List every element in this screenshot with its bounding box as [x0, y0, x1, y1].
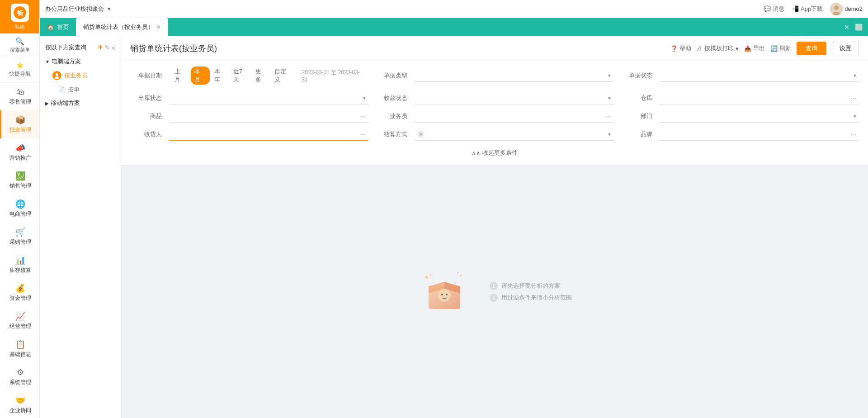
scheme-item-salesman[interactable]: 按业务员 — [40, 68, 121, 83]
left-panel: 按以下方案查询 + ✎ « ▼ 电脑端方案 按业务员 — [40, 36, 121, 418]
username-label: demo2 — [844, 5, 863, 12]
date-tab-last-month[interactable]: 上月 — [172, 66, 189, 85]
user-menu[interactable]: demo2 — [830, 3, 863, 15]
brand-filter[interactable]: ··· — [660, 128, 859, 141]
tab-sales-stat[interactable]: 销货单统计表（按业务员） ✕ — [76, 18, 168, 36]
sidebar-item-system[interactable]: ⚙ 系统管理 — [0, 363, 39, 391]
salesman-label: 业务员 — [376, 112, 407, 120]
svg-point-12 — [446, 294, 448, 295]
payment-dropdown-icon: ▾ — [608, 95, 611, 101]
salesman-filter[interactable]: ··· — [415, 110, 614, 123]
export-btn[interactable]: 📤 导出 — [744, 44, 765, 52]
tip1-num: 1 — [490, 282, 498, 290]
scheme-group-mobile-header[interactable]: ▶ 移动端方案 — [40, 96, 121, 110]
corp-icon: 🤝 — [15, 395, 25, 405]
sidebar-item-finance[interactable]: 💰 资金管理 — [0, 279, 39, 307]
search-menu[interactable]: 🔍 搜索菜单 — [0, 33, 39, 57]
main-area: 办公用品行业模拟账套 ▾ 💬 消息 📲 App下载 demo2 🏠 首页 — [40, 0, 868, 418]
collapse-btn[interactable]: ∧∧ 收起更多条件 — [130, 146, 859, 160]
basic-icon: 📋 — [15, 339, 25, 349]
date-tab-custom[interactable]: 自定义 — [272, 66, 295, 85]
scheme-item-doc[interactable]: 📄 按单 — [40, 83, 121, 96]
marketing-label: 营销推广 — [9, 154, 31, 162]
add-scheme-btn[interactable]: + — [98, 43, 103, 52]
template-print-btn[interactable]: 🖨 按模板打印 ▾ — [697, 44, 739, 52]
help-btn[interactable]: ❓ 帮助 — [670, 44, 691, 52]
message-btn[interactable]: 💬 消息 — [764, 5, 784, 13]
dept-label: 部门 — [621, 112, 652, 120]
company-dropdown[interactable]: ▾ — [108, 5, 111, 12]
warehouse-filter[interactable]: ··· — [660, 92, 859, 104]
export-icon: 📤 — [744, 45, 751, 52]
sidebar-item-operation[interactable]: 📈 经营管理 — [0, 307, 39, 335]
scheme-group-desktop: ▼ 电脑端方案 按业务员 📄 按单 — [40, 55, 121, 96]
message-icon: 💬 — [764, 5, 771, 12]
settlement-dropdown-icon: ▾ — [608, 131, 611, 138]
consignee-filter[interactable]: ··· — [169, 128, 368, 141]
date-tab-this-month[interactable]: 本月 — [191, 66, 210, 85]
consignee-dots-icon: ··· — [360, 130, 366, 138]
sidebar-item-corp[interactable]: 🤝 企业协同 — [0, 391, 39, 418]
left-panel-actions: + ✎ « — [98, 43, 115, 52]
tab-home[interactable]: 🏠 首页 — [40, 18, 76, 36]
delivery-filter[interactable]: ▾ — [169, 92, 368, 104]
tab-maximize-btn[interactable]: ⬜ — [853, 22, 864, 33]
date-range-value: 2023-03-01 至 2023-03-31 — [302, 69, 366, 83]
product-label: 商品 — [130, 112, 162, 120]
scheme-salesman-label: 按业务员 — [64, 71, 88, 80]
svg-point-16 — [429, 274, 432, 276]
scheme-group-desktop-header[interactable]: ▼ 电脑端方案 — [40, 55, 121, 68]
sidebar-item-inventory[interactable]: 📊 库存核算 — [0, 251, 39, 279]
date-tab-7days[interactable]: 近7天 — [231, 66, 251, 85]
product-dots-icon: ··· — [360, 113, 366, 120]
home-icon: 🏠 — [47, 24, 54, 31]
operation-label: 经营管理 — [9, 323, 31, 330]
tip1-text: 请先选择要分析的方案 — [501, 282, 560, 290]
refresh-label: 刷新 — [779, 44, 791, 52]
svg-text:✦: ✦ — [453, 281, 457, 285]
date-tab-more[interactable]: 更多 — [253, 66, 270, 85]
status-filter[interactable]: ▾ — [660, 69, 859, 82]
product-filter[interactable]: ··· — [169, 110, 368, 123]
sidebar-item-ecommerce[interactable]: 🌐 电商管理 — [0, 195, 39, 223]
sidebar-item-retail[interactable]: 🛍 零售管理 — [0, 83, 39, 110]
settings-button[interactable]: 设置 — [832, 42, 859, 55]
empty-tip-1: 1 请先选择要分析的方案 — [490, 282, 560, 290]
date-filter: 上月 本月 本年 近7天 更多 自定义 2023-03-01 至 2023-03… — [169, 65, 368, 86]
print-dropdown-icon: ▾ — [736, 45, 739, 52]
sidebar-item-marketing[interactable]: 📣 营销推广 — [0, 138, 39, 166]
edit-scheme-btn[interactable]: ✎ — [104, 44, 110, 51]
date-tab-this-year[interactable]: 本年 — [212, 66, 229, 85]
svg-point-11 — [441, 294, 443, 295]
svg-point-10 — [438, 289, 451, 302]
purchase-label: 采购管理 — [9, 238, 31, 246]
dept-filter[interactable]: ▾ — [660, 110, 859, 123]
sidebar-item-purchase[interactable]: 🛒 采购管理 — [0, 223, 39, 251]
payment-filter[interactable]: ▾ — [415, 92, 614, 104]
quick-nav[interactable]: ⭐ 快捷导航 — [0, 57, 39, 83]
refresh-btn[interactable]: 🔄 刷新 — [770, 44, 791, 52]
app-download-btn[interactable]: 📲 App下载 — [792, 5, 823, 13]
marketing-icon: 📣 — [15, 143, 25, 153]
page-title: 销货单统计表(按业务员) — [130, 43, 217, 54]
type-dropdown-icon: ▾ — [608, 72, 611, 79]
system-icon: ⚙ — [17, 367, 24, 377]
type-filter[interactable]: ▾ — [415, 69, 614, 82]
collapse-panel-btn[interactable]: « — [112, 44, 115, 51]
tab-close-btn[interactable]: ✕ — [156, 24, 161, 30]
sidebar-item-basic[interactable]: 📋 基础信息 — [0, 335, 39, 363]
query-button[interactable]: 查询 — [797, 42, 826, 55]
sidebar-item-sales[interactable]: 💹 销售管理 — [0, 166, 39, 195]
tip2-num: 2 — [490, 294, 498, 302]
settlement-clear-btn[interactable]: ✕ — [417, 131, 425, 138]
settlement-filter[interactable]: ✕ ▾ — [415, 128, 614, 141]
date-tabs: 上月 本月 本年 近7天 更多 自定义 — [172, 66, 295, 85]
svg-point-3 — [834, 5, 839, 10]
content-area: 按以下方案查询 + ✎ « ▼ 电脑端方案 按业务员 — [40, 36, 868, 418]
delivery-dropdown-icon: ▾ — [363, 95, 366, 101]
sidebar-item-wholesale[interactable]: 📦 批发管理 — [0, 110, 39, 138]
empty-state: 1 请先选择要分析的方案 2 用过滤条件来缩小分析范围 — [490, 282, 572, 302]
export-label: 导出 — [753, 44, 765, 52]
settlement-label: 结算方式 — [376, 130, 407, 138]
tab-close-window-btn[interactable]: ✕ — [842, 22, 851, 33]
